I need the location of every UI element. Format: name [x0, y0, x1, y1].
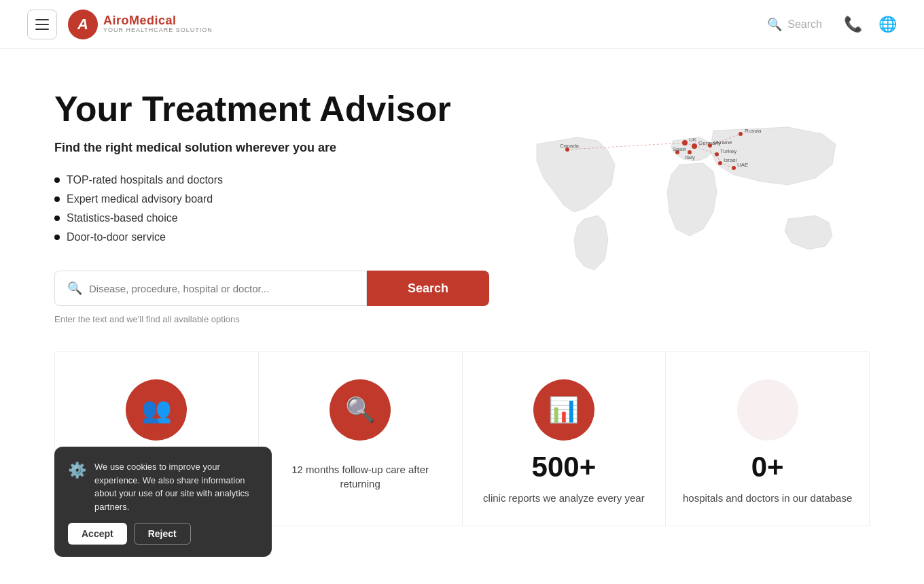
hero-title: Your Treatment Advisor [54, 90, 489, 128]
world-map-svg: .land { fill: #e8e8e8; stroke: #ccc; str… [516, 103, 870, 307]
stat-card-hospitals: 0+ hospitals and doctors in our database [666, 351, 870, 526]
hamburger-line [35, 29, 49, 30]
stat-icon-patients: 👥 [126, 379, 187, 441]
svg-text:UK: UK [689, 137, 697, 143]
stat-label-hospitals: hospitals and doctors in our database [683, 491, 852, 505]
search-box: 🔍 [54, 271, 367, 306]
search-input[interactable] [89, 283, 354, 294]
search-placeholder: Search [787, 18, 822, 31]
stat-label-followup: 12 months follow-up care after returning [275, 462, 446, 491]
bullet-icon [54, 177, 60, 183]
feature-text: Expert medical advisory board [67, 193, 213, 205]
search-icon: 🔍 [767, 17, 782, 32]
header-icons: 📞 🌐 [844, 16, 897, 33]
search-button[interactable]: Search [367, 271, 489, 306]
search-hint: Enter the text and we'll find all availa… [54, 314, 489, 324]
header: A AiroMedical YOUR HEALTHCARE SOLUTION 🔍… [0, 0, 924, 49]
main-content: Your Treatment Advisor Find the right me… [0, 49, 924, 351]
feature-text: Door-to-door service [67, 231, 166, 243]
feature-item: Statistics-based choice [54, 212, 489, 224]
search-row: 🔍 Search [54, 271, 489, 306]
stat-number-hospitals: 0+ [751, 453, 784, 481]
hero-features: TOP-rated hospitals and doctors Expert m… [54, 174, 489, 243]
svg-point-14 [732, 166, 736, 170]
cookie-accept-button[interactable]: Accept [68, 523, 127, 526]
header-left: A AiroMedical YOUR HEALTHCARE SOLUTION [27, 10, 213, 39]
hamburger-button[interactable] [27, 10, 57, 39]
svg-text:Italy: Italy [685, 154, 695, 160]
svg-text:Ukraine: Ukraine [713, 139, 732, 145]
phone-icon[interactable]: 📞 [844, 16, 862, 33]
logo-text: AiroMedical YOUR HEALTHCARE SOLUTION [103, 14, 213, 35]
bullet-icon [54, 196, 60, 202]
stat-card-followup: 🔍 12 months follow-up care after returni… [259, 351, 463, 526]
hero-subtitle: Find the right medical solution wherever… [54, 141, 489, 155]
search-box-icon: 🔍 [67, 281, 82, 296]
feature-text: TOP-rated hospitals and doctors [67, 174, 223, 186]
hero-left: Your Treatment Advisor Find the right me… [54, 90, 489, 324]
bullet-icon [54, 216, 60, 221]
svg-text:Canada: Canada [560, 143, 580, 149]
logo[interactable]: A AiroMedical YOUR HEALTHCARE SOLUTION [68, 10, 213, 39]
stat-icon-reports: 📊 [533, 379, 594, 441]
svg-text:UAE: UAE [737, 162, 748, 168]
svg-text:Israel: Israel [724, 157, 737, 163]
hamburger-line [35, 19, 49, 20]
svg-text:Spain: Spain [673, 146, 686, 152]
bullet-icon [54, 235, 60, 240]
hamburger-line [35, 24, 49, 25]
header-search[interactable]: 🔍 Search [756, 12, 833, 37]
cookie-header: ⚙️ We use cookies to improve your experi… [68, 460, 258, 513]
stat-card-reports: 📊 500+ clinic reports we analyze every y… [463, 351, 667, 526]
svg-text:Russia: Russia [745, 128, 762, 134]
cookie-text: We use cookies to improve your experienc… [94, 460, 258, 513]
feature-item: TOP-rated hospitals and doctors [54, 174, 489, 186]
cookie-banner: ⚙️ We use cookies to improve your experi… [54, 447, 272, 526]
logo-tagline: YOUR HEALTHCARE SOLUTION [103, 27, 213, 34]
feature-item: Expert medical advisory board [54, 193, 489, 205]
world-map: .land { fill: #e8e8e8; stroke: #ccc; str… [516, 103, 870, 307]
svg-text:Turkey: Turkey [720, 148, 736, 154]
logo-icon: A [68, 10, 98, 39]
cookie-reject-button[interactable]: Reject [134, 523, 191, 526]
logo-name: AiroMedical [103, 14, 213, 28]
stat-label-reports: clinic reports we analyze every year [483, 491, 645, 505]
cookie-buttons: Accept Reject [68, 523, 258, 526]
feature-text: Statistics-based choice [67, 212, 178, 224]
feature-item: Door-to-door service [54, 231, 489, 243]
hero-right: .land { fill: #e8e8e8; stroke: #ccc; str… [516, 90, 870, 307]
stat-icon-hospitals [737, 379, 798, 441]
stat-icon-followup: 🔍 [330, 379, 391, 441]
cookie-icon: ⚙️ [68, 462, 86, 479]
stat-number-reports: 500+ [532, 453, 597, 481]
globe-icon[interactable]: 🌐 [878, 16, 897, 33]
